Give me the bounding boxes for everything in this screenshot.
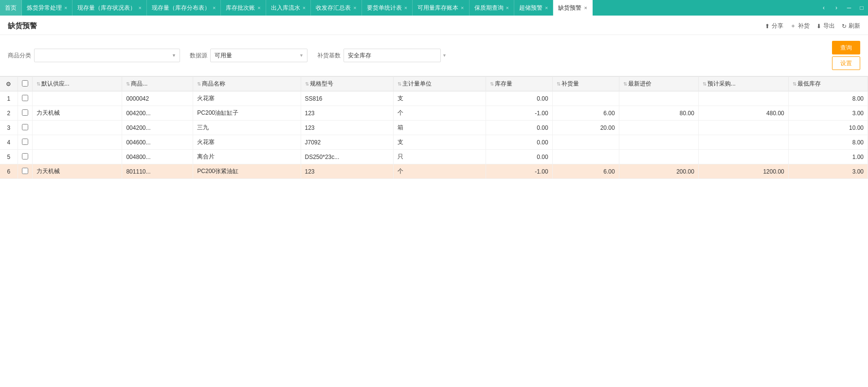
category-select[interactable]: [34, 49, 180, 62]
col-stock[interactable]: ⇅库存量: [486, 77, 552, 91]
cell-spec: DS250*23c...: [301, 150, 394, 164]
tab-label-inventory-status: 现存量（库存状况表）: [77, 4, 136, 12]
col-spec[interactable]: ⇅规格型号: [301, 77, 394, 91]
cell-check: [18, 91, 32, 106]
tab-batch[interactable]: 库存批次账×: [221, 0, 266, 16]
row-checkbox[interactable]: [22, 95, 28, 101]
table-body: 10000042火花塞SS816支0.008.002力天机械004200...P…: [0, 91, 868, 179]
sort-icon-est-purchase: ⇅: [703, 81, 706, 87]
row-checkbox[interactable]: [22, 124, 28, 130]
cell-spec: 123: [301, 121, 394, 135]
datasource-value-wrap[interactable]: 可用量 ▼: [210, 49, 307, 62]
tab-close-available[interactable]: ×: [461, 5, 464, 11]
tab-exception[interactable]: 炼货异常处理×: [22, 0, 72, 16]
maximize-button[interactable]: □: [855, 0, 868, 16]
table-row: 3004200...三九123箱0.0020.0010.00: [0, 121, 868, 135]
cell-index: 1: [0, 91, 18, 106]
tab-next-button[interactable]: ›: [830, 0, 843, 16]
replenish-action[interactable]: ＋ 补货: [790, 22, 810, 30]
tab-close-collection[interactable]: ×: [353, 5, 356, 11]
cell-latest-price: [619, 135, 698, 150]
header-actions: ⬆ 分享 ＋ 补货 ⬇ 导出 ↻ 刷新: [765, 22, 860, 30]
cell-name: 三九: [193, 121, 301, 135]
cell-supplier: [32, 121, 122, 135]
export-action[interactable]: ⬇ 导出: [816, 22, 835, 30]
share-label: 分享: [772, 22, 783, 30]
tab-close-order-stat[interactable]: ×: [404, 5, 407, 11]
datasource-label: 数据源: [190, 52, 207, 60]
col-est-purchase[interactable]: ⇅预计采购...: [698, 77, 788, 91]
tab-prev-button[interactable]: ‹: [817, 0, 830, 16]
cell-supplier: [32, 135, 122, 150]
tab-label-order-stat: 要货单统计表: [367, 4, 402, 12]
cell-latest-price: 200.00: [619, 164, 698, 179]
cell-supplier: 力天机械: [32, 106, 122, 121]
cell-stock: 0.00: [486, 135, 552, 150]
tab-shortage[interactable]: 缺货预警×: [553, 0, 592, 16]
refresh-action[interactable]: ↻ 刷新: [842, 22, 860, 30]
cell-index: 5: [0, 150, 18, 164]
share-icon: ⬆: [765, 23, 770, 30]
row-checkbox[interactable]: [22, 109, 28, 116]
tab-close-inventory-dist[interactable]: ×: [213, 5, 216, 11]
cell-code: 801110...: [122, 164, 193, 179]
tab-close-shortage[interactable]: ×: [584, 5, 587, 11]
sort-icon-code: ⇅: [126, 81, 130, 87]
tab-collection[interactable]: 收发存汇总表×: [311, 0, 362, 16]
replenish-base-filter-group: 补货基数 安全库存 ▼: [317, 49, 451, 62]
row-checkbox[interactable]: [22, 139, 28, 145]
col-latest-price[interactable]: ⇅最新进价: [619, 77, 698, 91]
col-supplier[interactable]: ⇅默认供应...: [32, 77, 122, 91]
cell-code: 004600...: [122, 135, 193, 150]
sort-icon-stock: ⇅: [490, 81, 494, 87]
col-name[interactable]: ⇅商品名称: [193, 77, 301, 91]
tab-label-inventory-dist: 现存量（库存分布表）: [152, 4, 210, 12]
row-checkbox[interactable]: [22, 168, 28, 174]
tab-inventory-status[interactable]: 现存量（库存状况表）×: [72, 0, 146, 16]
cell-check: [18, 164, 32, 179]
col-code[interactable]: ⇅商品...: [122, 77, 193, 91]
tab-label-batch: 库存批次账: [226, 4, 255, 12]
cell-supplier: [32, 91, 122, 106]
row-checkbox[interactable]: [22, 153, 28, 159]
share-action[interactable]: ⬆ 分享: [765, 22, 783, 30]
header-row: ⚙ ⇅默认供应... ⇅商品... ⇅商品名称 ⇅规格型号: [0, 77, 868, 91]
cell-check: [18, 135, 32, 150]
tab-close-expiry[interactable]: ×: [506, 5, 509, 11]
table-row: 6力天机械801110...PC200张紧油缸123个-1.006.00200.…: [0, 164, 868, 179]
settings-button[interactable]: 设置: [832, 56, 860, 70]
tab-close-exception[interactable]: ×: [64, 5, 67, 11]
tab-order-stat[interactable]: 要货单统计表×: [362, 0, 413, 16]
col-min-stock[interactable]: ⇅最低库存: [788, 77, 868, 91]
tab-bar: 首页炼货异常处理×现存量（库存状况表）×现存量（库存分布表）×库存批次账×出入库…: [0, 0, 868, 16]
tab-overstock[interactable]: 超储预警×: [514, 0, 553, 16]
table-row: 5004800...离合片DS250*23c...只0.001.00: [0, 150, 868, 164]
tab-close-batch[interactable]: ×: [257, 5, 260, 11]
cell-code: 004200...: [122, 121, 193, 135]
tab-home[interactable]: 首页: [0, 0, 22, 16]
replenish-base-value-wrap[interactable]: 安全库存 ▼: [344, 49, 451, 62]
cell-code: 004800...: [122, 150, 193, 164]
query-button[interactable]: 查询: [832, 41, 860, 54]
select-all-checkbox[interactable]: [22, 80, 28, 87]
table-row: 4004600...火花塞J7092支0.008.00: [0, 135, 868, 150]
sort-icon-spec: ⇅: [305, 81, 309, 87]
tab-close-inventory-status[interactable]: ×: [138, 5, 141, 11]
cell-code: 004200...: [122, 106, 193, 121]
tab-close-overstock[interactable]: ×: [545, 5, 548, 11]
tab-available[interactable]: 可用量库存账本×: [413, 0, 469, 16]
replenish-base-label: 补货基数: [317, 52, 341, 60]
tab-inventory-dist[interactable]: 现存量（库存分布表）×: [147, 0, 221, 16]
cell-est-purchase: 1200.00: [698, 164, 788, 179]
datasource-arrow-icon: ▼: [299, 53, 304, 58]
minimize-button[interactable]: ─: [843, 0, 855, 16]
col-settings[interactable]: ⚙: [0, 77, 18, 91]
tab-close-inout-flow[interactable]: ×: [303, 5, 306, 11]
tab-label-overstock: 超储预警: [519, 4, 542, 12]
col-replenish[interactable]: ⇅补货量: [552, 77, 619, 91]
col-unit[interactable]: ⇅主计量单位: [394, 77, 486, 91]
settings-col-icon: ⚙: [6, 81, 11, 88]
table-row: 2力天机械004200...PC200油缸缸子123个-1.006.0080.0…: [0, 106, 868, 121]
tab-inout-flow[interactable]: 出入库流水×: [266, 0, 311, 16]
tab-expiry[interactable]: 保质期查询×: [470, 0, 514, 16]
